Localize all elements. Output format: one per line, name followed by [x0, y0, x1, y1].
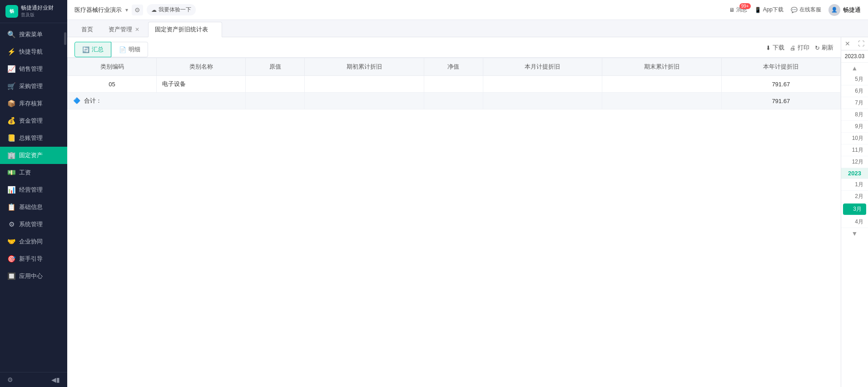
topbar-left: 医疗器械行业演示 ▾ ⚙ ☁ 我要体验一下 [74, 4, 196, 15]
sidebar-item-label: 快捷导航 [19, 48, 43, 56]
app-logo-icon: 畅 [5, 5, 18, 18]
sidebar-item-basic-info[interactable]: 📋 基础信息 [0, 198, 67, 216]
download-icon: 📱 [754, 7, 761, 13]
refresh-button[interactable]: ↻ 刷新 [815, 44, 833, 52]
sidebar-item-ledger[interactable]: 📒 总账管理 [0, 129, 67, 147]
month-item-11[interactable]: 11月 [841, 144, 868, 156]
print-label: 打印 [798, 44, 809, 52]
tab-asset-mgmt-close[interactable]: ✕ [135, 26, 139, 33]
print-button[interactable]: 🖨 打印 [790, 44, 809, 52]
depreciation-table: 类别编码 类别名称 原值 期初累计折旧 净值 本月计提折旧 期末累计折旧 本年计… [67, 58, 841, 109]
subtab-detail-label: 明细 [129, 45, 140, 54]
year-section-prev: 5月 6月 7月 8月 9月 10月 11月 12月 [841, 74, 868, 168]
sidebar-item-label: 搜索菜单 [19, 30, 43, 39]
col-monthly-depr: 本月计提折旧 [483, 58, 602, 76]
sidebar-item-label: 企业协同 [19, 238, 43, 246]
subtab-detail[interactable]: 📄 明细 [111, 42, 148, 57]
topbar: 医疗器械行业演示 ▾ ⚙ ☁ 我要体验一下 🖥 消息 99+ 📱 App下载 💬… [67, 0, 868, 20]
tab-asset-mgmt[interactable]: 资产管理 ✕ [102, 22, 146, 37]
inventory-icon: 📦 [7, 99, 15, 108]
sidebar-scrollbar [64, 32, 66, 45]
right-panel-down-arrow[interactable]: ▼ [841, 228, 868, 239]
subtab-left: 🔄 汇总 📄 明细 [74, 42, 148, 57]
year-section-2023: 1月 2月 3月 4月 [841, 179, 868, 228]
sidebar-item-system[interactable]: ⚙ 系统管理 [0, 216, 67, 233]
refresh-icon: ↻ [815, 45, 820, 51]
content-area: 🔄 汇总 📄 明细 ⬇ 下载 🖨 打印 [67, 37, 868, 387]
download-label: App下载 [763, 6, 784, 14]
sidebar-item-guide[interactable]: 🎯 新手引导 [0, 250, 67, 268]
month-item-5[interactable]: 5月 [841, 74, 868, 85]
subtab-summary-icon: 🔄 [82, 46, 89, 53]
appstore-icon: 🔲 [7, 272, 15, 280]
collapse-sidebar-button[interactable]: ◀▮ [51, 376, 60, 383]
sidebar-item-fixed-assets[interactable]: 🏢 固定资产 [0, 147, 67, 164]
month-item-6[interactable]: 6月 [841, 85, 868, 97]
right-panel-close-button[interactable]: ✕ [845, 40, 850, 47]
user-menu[interactable]: 👤 畅捷通 [828, 4, 861, 16]
sidebar-item-inventory[interactable]: 📦 库存核算 [0, 95, 67, 112]
sidebar-item-label: 资金管理 [19, 117, 43, 125]
sidebar-item-finance[interactable]: 💰 资金管理 [0, 112, 67, 129]
month-item-2023-4[interactable]: 4月 [841, 216, 868, 228]
quicknav-icon: ⚡ [7, 48, 15, 56]
cell-monthly-depr [483, 76, 602, 93]
avatar: 👤 [828, 4, 840, 16]
sidebar-item-payroll[interactable]: 💵 工资 [0, 164, 67, 181]
sidebar-item-appstore[interactable]: 🔲 应用中心 [0, 268, 67, 285]
sidebar-item-management[interactable]: 📊 经营管理 [0, 181, 67, 198]
total-net [424, 93, 483, 109]
month-item-9[interactable]: 9月 [841, 121, 868, 133]
cell-code: 05 [68, 76, 157, 93]
month-item-2023-1[interactable]: 1月 [841, 179, 868, 191]
tab-fixed-depreciation-label: 固定资产折旧统计表 [155, 25, 208, 34]
subtab-summary-label: 汇总 [92, 45, 104, 54]
sidebar-item-label: 总账管理 [19, 134, 43, 142]
online-service-button[interactable]: 💬 在线客服 [791, 6, 821, 14]
right-panel-up-arrow[interactable]: ▲ [841, 63, 868, 74]
right-panel-title: 2023.03 [841, 50, 868, 63]
right-panel-expand-button[interactable]: ⛶ [858, 40, 864, 47]
sidebar-item-collab[interactable]: 🤝 企业协同 [0, 233, 67, 250]
sidebar-footer: ⚙ ◀▮ [0, 372, 67, 387]
app-download-button[interactable]: 📱 App下载 [754, 6, 784, 14]
topbar-settings-icon[interactable]: ⚙ [132, 5, 143, 15]
month-item-12[interactable]: 12月 [841, 156, 868, 168]
company-dropdown-icon[interactable]: ▾ [125, 7, 128, 13]
app-name: 畅捷通好业财 [21, 5, 54, 12]
total-annual-depr: 791.67 [721, 93, 840, 109]
download-button[interactable]: ⬇ 下载 [766, 44, 784, 52]
subtab-summary[interactable]: 🔄 汇总 [74, 42, 111, 57]
purchase-icon: 🛒 [7, 82, 15, 90]
settings-footer-icon[interactable]: ⚙ [7, 376, 13, 383]
month-item-8[interactable]: 8月 [841, 109, 868, 121]
experience-button[interactable]: ☁ 我要体验一下 [147, 4, 196, 15]
tab-fixed-depreciation[interactable]: 固定资产折旧统计表 ✕ [148, 22, 222, 37]
username: 畅捷通 [843, 6, 861, 14]
total-icon: 🔷 [73, 97, 80, 104]
print-icon: 🖨 [790, 45, 796, 51]
sidebar-item-label: 新手引导 [19, 255, 43, 263]
tab-fixed-depreciation-close[interactable]: ✕ [211, 26, 215, 33]
tab-asset-mgmt-label: 资产管理 [109, 25, 132, 34]
sidebar-logo: 畅 畅捷通好业财 普及版 [0, 0, 67, 23]
sidebar-item-quicknav[interactable]: ⚡ 快捷导航 [0, 43, 67, 60]
month-item-10[interactable]: 10月 [841, 133, 868, 144]
month-item-7[interactable]: 7月 [841, 97, 868, 109]
month-item-2023-2[interactable]: 2月 [841, 191, 868, 203]
company-name: 医疗器械行业演示 [74, 6, 122, 14]
subtab-actions: ⬇ 下载 🖨 打印 ↻ 刷新 [766, 44, 833, 55]
sidebar-item-sales[interactable]: 📈 销售管理 [0, 60, 67, 78]
table-row: 05 电子设备 791.67 [68, 76, 841, 93]
messages-button[interactable]: 🖥 消息 99+ [729, 6, 747, 14]
download-action-icon: ⬇ [766, 45, 771, 51]
tab-home[interactable]: 首页 [74, 22, 100, 37]
fixed-assets-icon: 🏢 [7, 151, 15, 159]
service-icon: 💬 [791, 7, 798, 13]
sidebar-item-search[interactable]: 🔍 搜索菜单 [0, 26, 67, 43]
service-label: 在线客服 [799, 6, 821, 14]
topbar-right: 🖥 消息 99+ 📱 App下载 💬 在线客服 👤 畅捷通 [729, 4, 861, 16]
month-item-2023-3[interactable]: 3月 [843, 203, 866, 215]
messages-icon: 🖥 [729, 7, 734, 13]
sidebar-item-purchase[interactable]: 🛒 采购管理 [0, 78, 67, 95]
